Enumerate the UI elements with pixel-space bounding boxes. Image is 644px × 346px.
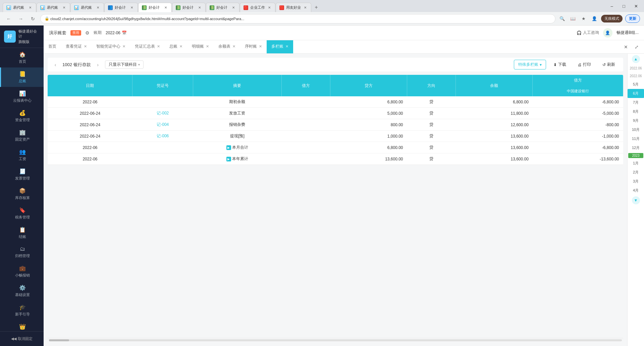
- close-panel-icon[interactable]: ✕: [621, 42, 631, 52]
- calendar-icon[interactable]: 📅: [122, 31, 127, 35]
- consult-button[interactable]: 🎧 人工咨询: [577, 30, 599, 36]
- sidebar-item-8[interactable]: 📦 库存核算: [0, 184, 44, 204]
- app-tab-close-8[interactable]: ✕: [259, 44, 262, 49]
- month-5[interactable]: 5月: [628, 80, 644, 89]
- tab-icon-5: 📗: [142, 5, 147, 10]
- sidebar-item-6[interactable]: 👥 工资: [0, 145, 44, 165]
- update-button[interactable]: 更新: [625, 14, 640, 23]
- app-tab-close-7[interactable]: ✕: [232, 44, 235, 49]
- scroll-down-button[interactable]: ▼: [632, 196, 640, 204]
- sidebar-item-7[interactable]: 🧾 发票管理: [0, 165, 44, 184]
- prev-account-button[interactable]: ‹: [52, 61, 59, 68]
- voucher-link[interactable]: 记-002: [132, 108, 193, 119]
- special-multicolumn-button[interactable]: 特殊多栏账 ▾: [514, 60, 546, 69]
- app-tab-close-4[interactable]: ✕: [157, 44, 160, 49]
- voucher-link[interactable]: 记-004: [132, 119, 193, 131]
- tab-close-4[interactable]: ✕: [129, 5, 134, 10]
- forward-button[interactable]: →: [16, 14, 25, 23]
- sidebar-item-15[interactable]: 👑 畅会员: [0, 320, 44, 331]
- incognito-button[interactable]: 无痕模式: [601, 15, 623, 22]
- month-10[interactable]: 10月: [628, 125, 644, 134]
- new-tab-button[interactable]: +: [312, 3, 321, 12]
- download-button[interactable]: ⬇ 下载: [549, 60, 570, 69]
- settings-icon[interactable]: ⚙: [85, 30, 90, 36]
- filter-subcategory-button[interactable]: 只显示下级科目 ▾: [105, 60, 144, 69]
- sidebar-item-4[interactable]: 💰 资金管理: [0, 106, 44, 126]
- tab-close-8[interactable]: ✕: [267, 5, 272, 10]
- month-7[interactable]: 7月: [628, 98, 644, 107]
- sidebar-item-2[interactable]: 📒 总账: [0, 67, 44, 87]
- sidebar-item-10[interactable]: 📋 结账: [0, 223, 44, 243]
- app-tab-7[interactable]: 余额表✕: [214, 40, 240, 54]
- browser-tab-3[interactable]: 📊 易代账 ✕: [70, 3, 104, 12]
- sidebar-item-13[interactable]: ⚙️ 基础设置: [0, 281, 44, 301]
- browser-tab-8[interactable]: 🔴 企业工作 ✕: [240, 3, 275, 12]
- sidebar-item-11[interactable]: 🗂 归档管理: [0, 243, 44, 262]
- refresh-button[interactable]: ↺ 刷新: [598, 60, 619, 69]
- browser-tab-9[interactable]: 🟥 用友好业 ✕: [276, 3, 311, 12]
- tab-close-7[interactable]: ✕: [231, 5, 236, 10]
- sidebar-item-12[interactable]: 💼 小畅报销: [0, 262, 44, 281]
- tab-close-3[interactable]: ✕: [96, 5, 100, 10]
- refresh-nav-button[interactable]: ↻: [28, 14, 38, 23]
- browser-tab-6[interactable]: 📗 好会计 ✕: [172, 3, 206, 12]
- expand-panel-icon[interactable]: ⤢: [632, 42, 641, 52]
- collapse-button[interactable]: ◀◀ 取消固定: [3, 334, 41, 343]
- sidebar-item-14[interactable]: 🎓 新手引导: [0, 301, 44, 320]
- month-11[interactable]: 11月: [628, 134, 644, 143]
- reader-icon[interactable]: 📖: [569, 15, 577, 23]
- app-tab-close-3[interactable]: ✕: [122, 44, 125, 49]
- url-bar[interactable]: 🔒 cloud2.chanjet.com/accounting/uh26t264…: [40, 14, 555, 23]
- app-tab-6[interactable]: 明细账✕: [187, 40, 214, 54]
- browser-tab-2[interactable]: 📊 易代账 ✕: [37, 3, 70, 12]
- sidebar-item-1[interactable]: 🏠 首页: [0, 48, 44, 67]
- app-tab-1[interactable]: 首页: [44, 40, 61, 54]
- app-tab-close-6[interactable]: ✕: [206, 44, 209, 49]
- month-4[interactable]: 4月: [628, 186, 644, 195]
- voucher-link[interactable]: 记-006: [132, 131, 193, 142]
- browser-tab-1[interactable]: 📊 易代账 ✕: [3, 3, 36, 12]
- app-tab-8[interactable]: 序时账✕: [240, 40, 267, 54]
- next-account-button[interactable]: ›: [94, 61, 102, 68]
- app-tab-9[interactable]: 多栏账✕: [267, 40, 293, 54]
- minimize-button[interactable]: –: [606, 1, 617, 11]
- tab-close-6[interactable]: ✕: [197, 5, 202, 10]
- app-tab-close-5[interactable]: ✕: [179, 44, 182, 49]
- app-tab-close-2[interactable]: ✕: [84, 44, 87, 49]
- app-tab-2[interactable]: 查看凭证✕: [61, 40, 92, 54]
- month-6[interactable]: 6月: [628, 89, 644, 98]
- sidebar-item-3[interactable]: 📊 云报表中心: [0, 87, 44, 106]
- app-tab-3[interactable]: 智能凭证中心✕: [92, 40, 130, 54]
- scrollbar-thumb[interactable]: [49, 339, 69, 341]
- month-2[interactable]: 2月: [628, 168, 644, 177]
- horizontal-scrollbar[interactable]: [48, 338, 623, 342]
- scroll-up-button[interactable]: ▲: [632, 55, 640, 63]
- month-8[interactable]: 8月: [628, 107, 644, 116]
- month-9[interactable]: 9月: [628, 116, 644, 125]
- maximize-button[interactable]: □: [619, 1, 629, 11]
- sidebar-item-9[interactable]: 🔖 税务管理: [0, 204, 44, 223]
- search-icon[interactable]: 🔍: [558, 15, 566, 23]
- app-tab-close-9[interactable]: ✕: [285, 44, 288, 49]
- profile-icon[interactable]: 👤: [590, 15, 598, 23]
- summary-tag: ▶本年累计: [226, 156, 248, 162]
- print-button[interactable]: 🖨 打印: [574, 60, 595, 69]
- browser-tab-5[interactable]: 📗 好会计 ✕: [138, 3, 172, 12]
- back-button[interactable]: ←: [4, 14, 13, 23]
- bookmark-icon[interactable]: ★: [580, 15, 588, 23]
- close-window-button[interactable]: ✕: [631, 1, 641, 11]
- month-1[interactable]: 1月: [628, 159, 644, 168]
- app-tab-5[interactable]: 总账✕: [165, 40, 187, 54]
- month-3[interactable]: 3月: [628, 177, 644, 186]
- browser-tab-4[interactable]: 📘 好会计 ✕: [104, 3, 138, 12]
- browser-tab-7[interactable]: 📗 好会计 ✕: [206, 3, 239, 12]
- date-cell: 2022-06: [48, 153, 132, 165]
- tab-close-5[interactable]: ✕: [163, 5, 168, 10]
- account-code-label: 1002 银行存款: [62, 62, 91, 68]
- tab-close-1[interactable]: ✕: [28, 5, 33, 10]
- app-tab-4[interactable]: 凭证汇总表✕: [130, 40, 165, 54]
- tab-close-2[interactable]: ✕: [62, 5, 66, 10]
- sidebar-item-5[interactable]: 🏢 固定资产: [0, 126, 44, 145]
- month-12[interactable]: 12月: [628, 143, 644, 152]
- tab-close-9[interactable]: ✕: [303, 5, 308, 10]
